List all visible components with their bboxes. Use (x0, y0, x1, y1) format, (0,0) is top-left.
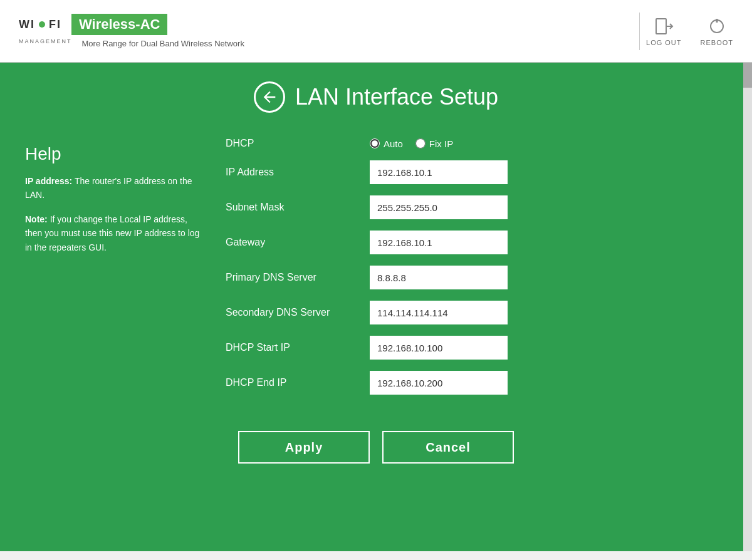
dhcp-auto-label: Auto (384, 138, 403, 149)
reboot-button[interactable]: REBOOT (701, 16, 733, 46)
ip-address-input[interactable] (370, 160, 508, 184)
dhcp-auto-radio[interactable] (370, 138, 380, 148)
dhcp-end-label: DHCP End IP (226, 377, 370, 388)
logout-icon (654, 16, 674, 36)
back-button[interactable] (254, 81, 285, 113)
scrollbar-track[interactable] (743, 63, 752, 551)
help-ip-text: IP address: The router's IP address on t… (25, 174, 201, 202)
brand-name: Wireless-AC (71, 14, 167, 35)
subnet-mask-input[interactable] (370, 195, 508, 219)
primary-dns-input[interactable] (370, 266, 508, 289)
dhcp-fixip-label: Fix IP (429, 138, 453, 149)
secondary-dns-input[interactable] (370, 301, 508, 324)
dhcp-end-row: DHCP End IP (226, 371, 727, 395)
dhcp-options: Auto Fix IP (370, 138, 453, 149)
help-title: Help (25, 144, 201, 164)
primary-dns-label: Primary DNS Server (226, 272, 370, 283)
ip-address-row: IP Address (226, 160, 727, 184)
form-section: DHCP Auto Fix IP IP Address (226, 138, 727, 406)
dhcp-row: DHCP Auto Fix IP (226, 138, 727, 149)
wifi-text-right: FI (49, 18, 61, 31)
tagline: More Range for Dual Band Wireless Networ… (82, 39, 244, 48)
header: WI FI Wireless-AC MANAGEMENT More Range … (0, 0, 752, 63)
logout-label: LOG OUT (646, 39, 682, 46)
apply-button[interactable]: Apply (238, 431, 370, 464)
content-layout: Help IP address: The router's IP address… (25, 138, 727, 406)
help-note-text: Note: If you change the Local IP address… (25, 212, 201, 254)
primary-dns-row: Primary DNS Server (226, 266, 727, 289)
help-note-label: Note: (25, 214, 48, 224)
gateway-label: Gateway (226, 237, 370, 248)
scrollbar-thumb[interactable] (743, 63, 752, 88)
header-actions: LOG OUT REBOOT (646, 16, 733, 46)
secondary-dns-row: Secondary DNS Server (226, 301, 727, 324)
gateway-row: Gateway (226, 231, 727, 254)
svg-rect-0 (656, 19, 666, 34)
gateway-input[interactable] (370, 231, 508, 254)
reboot-label: REBOOT (701, 39, 733, 46)
buttons-row: Apply Cancel (25, 431, 727, 464)
header-divider (639, 13, 640, 50)
dhcp-fixip-option[interactable]: Fix IP (415, 138, 453, 149)
dhcp-end-input[interactable] (370, 371, 508, 395)
help-section: Help IP address: The router's IP address… (25, 138, 201, 406)
management-label: MANAGEMENT (19, 38, 72, 44)
subnet-mask-row: Subnet Mask (226, 195, 727, 219)
dhcp-auto-option[interactable]: Auto (370, 138, 403, 149)
main-content: LAN Interface Setup Help IP address: The… (0, 63, 752, 551)
dhcp-start-row: DHCP Start IP (226, 336, 727, 360)
help-note-description: If you change the Local IP address, then… (25, 214, 199, 252)
cancel-button[interactable]: Cancel (382, 431, 514, 464)
wifi-dot-icon (39, 21, 45, 28)
page-title: LAN Interface Setup (295, 84, 498, 110)
secondary-dns-label: Secondary DNS Server (226, 307, 370, 318)
dhcp-start-label: DHCP Start IP (226, 342, 370, 353)
dhcp-start-input[interactable] (370, 336, 508, 360)
back-arrow-icon (261, 88, 278, 106)
wifi-logo: WI FI (19, 18, 61, 31)
help-ip-label: IP address: (25, 176, 72, 186)
subnet-mask-label: Subnet Mask (226, 202, 370, 213)
page-title-row: LAN Interface Setup (25, 81, 727, 113)
logout-button[interactable]: LOG OUT (646, 16, 682, 46)
dhcp-fixip-radio[interactable] (415, 138, 426, 148)
ip-address-label: IP Address (226, 167, 370, 178)
wifi-text-left: WI (19, 18, 35, 31)
dhcp-label: DHCP (226, 138, 370, 149)
reboot-icon (707, 16, 727, 36)
